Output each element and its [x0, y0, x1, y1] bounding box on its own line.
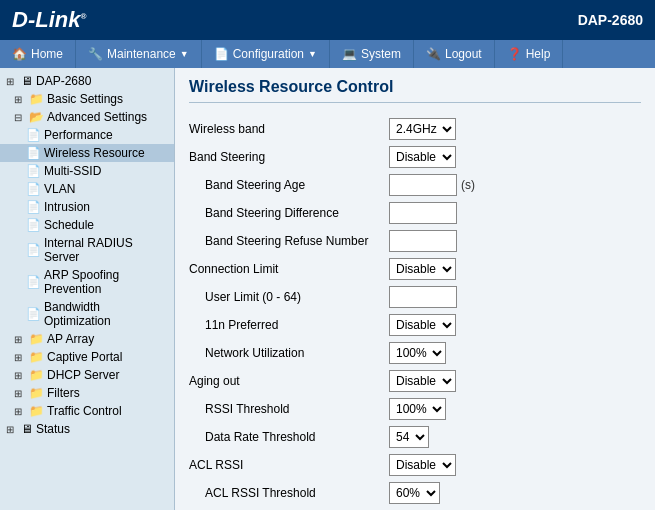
rssi-threshold-control: 100% 75% 50% — [389, 398, 446, 420]
expand-icon-traffic: ⊞ — [14, 406, 26, 417]
sidebar: ⊞ 🖥 DAP-2680 ⊞ 📁 Basic Settings ⊟ 📂 Adva… — [0, 68, 175, 510]
sidebar-item-wireless-resource[interactable]: 📄 Wireless Resource — [0, 144, 174, 162]
nav-logout[interactable]: 🔌 Logout — [414, 40, 495, 68]
expand-icon-advanced: ⊟ — [14, 112, 26, 123]
folder-icon-advanced: 📂 — [29, 110, 44, 124]
aging-out-row: Aging out Disable Enable — [189, 367, 641, 395]
data-rate-threshold-label: Data Rate Threshold — [189, 430, 389, 444]
sidebar-item-performance[interactable]: 📄 Performance — [0, 126, 174, 144]
rssi-threshold-select[interactable]: 100% 75% 50% — [389, 398, 446, 420]
page-icon-vlan: 📄 — [26, 182, 41, 196]
sidebar-label-intrusion: Intrusion — [44, 200, 90, 214]
network-util-label: Network Utilization — [189, 346, 389, 360]
nav-maintenance[interactable]: 🔧 Maintenance ▼ — [76, 40, 202, 68]
band-steering-refuse-row: Band Steering Refuse Number 3 — [189, 227, 641, 255]
sidebar-item-multi-ssid[interactable]: 📄 Multi-SSID — [0, 162, 174, 180]
folder-icon-status: 🖥 — [21, 422, 33, 436]
sidebar-item-filters[interactable]: ⊞ 📁 Filters — [0, 384, 174, 402]
folder-icon-dhcp: 📁 — [29, 368, 44, 382]
sidebar-label-advanced: Advanced Settings — [47, 110, 147, 124]
wireless-band-row: Wireless band 2.4GHz 5GHz — [189, 115, 641, 143]
sidebar-item-radius[interactable]: 📄 Internal RADIUS Server — [0, 234, 174, 266]
sidebar-item-captive-portal[interactable]: ⊞ 📁 Captive Portal — [0, 348, 174, 366]
expand-icon-filters: ⊞ — [14, 388, 26, 399]
acl-rssi-threshold-row: ACL RSSI Threshold 60% 50% 40% — [189, 479, 641, 507]
band-steering-refuse-label: Band Steering Refuse Number — [189, 234, 389, 248]
band-steering-row: Band Steering Disable Enable — [189, 143, 641, 171]
aging-out-select[interactable]: Disable Enable — [389, 370, 456, 392]
connection-limit-select[interactable]: Disable Enable — [389, 258, 456, 280]
sidebar-item-bandwidth[interactable]: 📄 Bandwidth Optimization — [0, 298, 174, 330]
network-util-select[interactable]: 100% 75% 50% 25% — [389, 342, 446, 364]
sidebar-item-ap-array[interactable]: ⊞ 📁 AP Array — [0, 330, 174, 348]
band-steering-refuse-input[interactable]: 3 — [389, 230, 457, 252]
nav-home[interactable]: 🏠 Home — [0, 40, 76, 68]
data-rate-threshold-row: Data Rate Threshold 54 48 36 — [189, 423, 641, 451]
data-rate-threshold-select[interactable]: 54 48 36 — [389, 426, 429, 448]
form-table: Wireless band 2.4GHz 5GHz Band Steering … — [189, 115, 641, 507]
sidebar-item-traffic-control[interactable]: ⊞ 📁 Traffic Control — [0, 402, 174, 420]
band-steering-age-control: 180 (s) — [389, 174, 475, 196]
sidebar-label-multi-ssid: Multi-SSID — [44, 164, 101, 178]
sidebar-label-captive-portal: Captive Portal — [47, 350, 122, 364]
rssi-threshold-label: RSSI Threshold — [189, 402, 389, 416]
nav-configuration[interactable]: 📄 Configuration ▼ — [202, 40, 330, 68]
page-icon-multissid: 📄 — [26, 164, 41, 178]
preferred-11n-control: Disable Enable — [389, 314, 456, 336]
sidebar-item-basic-settings[interactable]: ⊞ 📁 Basic Settings — [0, 90, 174, 108]
connection-limit-label: Connection Limit — [189, 262, 389, 276]
content-area: Wireless Resource Control Wireless band … — [175, 68, 655, 510]
sidebar-label-dap2680: DAP-2680 — [36, 74, 91, 88]
sidebar-label-wireless-resource: Wireless Resource — [44, 146, 145, 160]
nav-help-label: Help — [526, 47, 551, 61]
dlink-logo: D-Link® — [12, 7, 86, 33]
sidebar-label-filters: Filters — [47, 386, 80, 400]
sidebar-item-status[interactable]: ⊞ 🖥 Status — [0, 420, 174, 438]
nav-maintenance-label: Maintenance — [107, 47, 176, 61]
band-steering-diff-control: 2 — [389, 202, 457, 224]
folder-icon-filters: 📁 — [29, 386, 44, 400]
acl-rssi-control: Disable Enable — [389, 454, 456, 476]
wireless-band-control: 2.4GHz 5GHz — [389, 118, 456, 140]
sidebar-item-arp[interactable]: 📄 ARP Spoofing Prevention — [0, 266, 174, 298]
sidebar-item-intrusion[interactable]: 📄 Intrusion — [0, 198, 174, 216]
system-icon: 💻 — [342, 47, 357, 61]
sidebar-label-ap-array: AP Array — [47, 332, 94, 346]
band-steering-diff-row: Band Steering Difference 2 — [189, 199, 641, 227]
acl-rssi-threshold-label: ACL RSSI Threshold — [189, 486, 389, 500]
band-steering-diff-input[interactable]: 2 — [389, 202, 457, 224]
sidebar-item-dhcp[interactable]: ⊞ 📁 DHCP Server — [0, 366, 174, 384]
page-icon-arp: 📄 — [26, 275, 41, 289]
aging-out-control: Disable Enable — [389, 370, 456, 392]
user-limit-control: 20 — [389, 286, 457, 308]
navbar: 🏠 Home 🔧 Maintenance ▼ 📄 Configuration ▼… — [0, 40, 655, 68]
sidebar-label-basic: Basic Settings — [47, 92, 123, 106]
acl-rssi-label: ACL RSSI — [189, 458, 389, 472]
sidebar-item-advanced-settings[interactable]: ⊟ 📂 Advanced Settings — [0, 108, 174, 126]
user-limit-input[interactable]: 20 — [389, 286, 457, 308]
nav-help[interactable]: ❓ Help — [495, 40, 564, 68]
preferred-11n-select[interactable]: Disable Enable — [389, 314, 456, 336]
logout-icon: 🔌 — [426, 47, 441, 61]
folder-icon-basic: 📁 — [29, 92, 44, 106]
sidebar-item-schedule[interactable]: 📄 Schedule — [0, 216, 174, 234]
page-icon-radius: 📄 — [26, 243, 41, 257]
configuration-icon: 📄 — [214, 47, 229, 61]
band-steering-age-input[interactable]: 180 — [389, 174, 457, 196]
expand-icon: ⊞ — [6, 76, 18, 87]
nav-system-label: System — [361, 47, 401, 61]
page-icon-bandwidth: 📄 — [26, 307, 41, 321]
nav-system[interactable]: 💻 System — [330, 40, 414, 68]
sidebar-item-dap2680[interactable]: ⊞ 🖥 DAP-2680 — [0, 72, 174, 90]
sidebar-label-bandwidth: Bandwidth Optimization — [44, 300, 168, 328]
acl-rssi-threshold-select[interactable]: 60% 50% 40% — [389, 482, 440, 504]
nav-configuration-label: Configuration — [233, 47, 304, 61]
user-limit-label: User Limit (0 - 64) — [189, 290, 389, 304]
expand-icon-status: ⊞ — [6, 424, 18, 435]
wireless-band-select[interactable]: 2.4GHz 5GHz — [389, 118, 456, 140]
folder-icon-traffic: 📁 — [29, 404, 44, 418]
band-steering-diff-label: Band Steering Difference — [189, 206, 389, 220]
sidebar-item-vlan[interactable]: 📄 VLAN — [0, 180, 174, 198]
band-steering-select[interactable]: Disable Enable — [389, 146, 456, 168]
acl-rssi-select[interactable]: Disable Enable — [389, 454, 456, 476]
